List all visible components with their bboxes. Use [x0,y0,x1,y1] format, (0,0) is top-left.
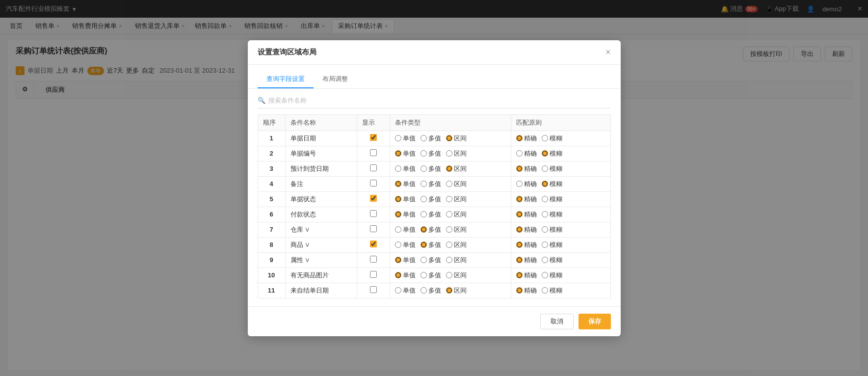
type-radio[interactable] [446,181,452,187]
cancel-button[interactable]: 取消 [540,314,574,329]
type-radio[interactable] [395,181,401,187]
type-radio[interactable] [395,211,401,217]
match-radio[interactable] [516,272,523,278]
match-radio-item[interactable]: 模糊 [542,271,562,280]
match-radio[interactable] [542,211,548,217]
type-radio[interactable] [421,181,427,187]
match-radio[interactable] [516,211,523,217]
match-radio[interactable] [542,272,548,278]
type-radio-item[interactable]: 区间 [446,195,467,204]
search-input[interactable] [268,97,367,104]
type-radio-item[interactable]: 多值 [421,241,441,249]
match-radio[interactable] [516,181,523,187]
type-radio-item[interactable]: 单值 [395,134,416,143]
match-radio[interactable] [542,196,548,202]
type-radio-item[interactable]: 单值 [395,256,416,265]
type-radio[interactable] [395,196,401,202]
dialog-tab-layout[interactable]: 布局调整 [314,71,357,88]
type-radio-item[interactable]: 单值 [395,241,416,249]
match-radio-item[interactable]: 精确 [516,180,537,188]
type-radio-item[interactable]: 单值 [395,180,416,188]
type-radio-item[interactable]: 多值 [421,195,441,204]
type-radio[interactable] [446,226,452,233]
type-radio[interactable] [446,272,452,278]
type-radio[interactable] [421,242,427,248]
type-radio[interactable] [395,257,401,263]
match-radio[interactable] [516,135,523,141]
type-radio[interactable] [446,196,452,202]
type-radio-item[interactable]: 区间 [446,180,467,188]
match-radio-item[interactable]: 模糊 [542,286,562,295]
type-radio[interactable] [421,257,427,263]
dialog-tab-query[interactable]: 查询字段设置 [258,71,314,88]
type-radio[interactable] [446,211,452,217]
match-radio[interactable] [542,242,548,248]
type-radio-item[interactable]: 单值 [395,225,416,234]
type-radio-item[interactable]: 多值 [421,210,441,219]
match-radio-item[interactable]: 精确 [516,286,537,295]
row-show-checkbox[interactable] [370,180,377,187]
match-radio-item[interactable]: 精确 [516,195,537,204]
match-radio-item[interactable]: 模糊 [542,134,562,143]
type-radio-item[interactable]: 单值 [395,195,416,204]
match-radio[interactable] [516,150,523,157]
type-radio-item[interactable]: 多值 [421,225,441,234]
type-radio-item[interactable]: 区间 [446,271,467,280]
row-show-checkbox[interactable] [370,286,377,293]
match-radio-item[interactable]: 模糊 [542,256,562,265]
type-radio[interactable] [421,150,427,157]
type-radio[interactable] [421,287,427,294]
match-radio-item[interactable]: 精确 [516,241,537,249]
match-radio-item[interactable]: 模糊 [542,149,562,158]
row-show-checkbox[interactable] [370,225,377,232]
type-radio-item[interactable]: 多值 [421,134,441,143]
type-radio[interactable] [421,226,427,233]
type-radio[interactable] [446,287,452,294]
match-radio[interactable] [542,287,548,294]
match-radio-item[interactable]: 精确 [516,256,537,265]
type-radio[interactable] [395,226,401,233]
match-radio-item[interactable]: 模糊 [542,210,562,219]
type-radio[interactable] [421,272,427,278]
match-radio[interactable] [516,257,523,263]
type-radio[interactable] [446,165,452,172]
row-show-checkbox[interactable] [370,149,377,156]
match-radio[interactable] [542,165,548,172]
type-radio[interactable] [421,211,427,217]
type-radio-item[interactable]: 多值 [421,256,441,265]
match-radio[interactable] [516,242,523,248]
match-radio-item[interactable]: 精确 [516,164,537,173]
match-radio-item[interactable]: 精确 [516,271,537,280]
type-radio-item[interactable]: 区间 [446,241,467,249]
type-radio[interactable] [421,165,427,172]
type-radio-item[interactable]: 单值 [395,210,416,219]
match-radio[interactable] [542,226,548,233]
match-radio-item[interactable]: 精确 [516,210,537,219]
match-radio-item[interactable]: 精确 [516,225,537,234]
match-radio[interactable] [516,165,523,172]
type-radio-item[interactable]: 多值 [421,149,441,158]
match-radio[interactable] [516,287,523,294]
save-button[interactable]: 保存 [579,314,611,329]
type-radio-item[interactable]: 区间 [446,256,467,265]
type-radio[interactable] [395,287,401,294]
row-show-checkbox[interactable] [370,271,377,278]
type-radio-item[interactable]: 区间 [446,134,467,143]
type-radio[interactable] [395,165,401,172]
match-radio-item[interactable]: 精确 [516,134,537,143]
type-radio[interactable] [446,257,452,263]
match-radio-item[interactable]: 模糊 [542,195,562,204]
match-radio[interactable] [542,135,548,141]
match-radio-item[interactable]: 模糊 [542,180,562,188]
type-radio-item[interactable]: 区间 [446,149,467,158]
row-show-checkbox[interactable] [370,164,377,171]
type-radio-item[interactable]: 单值 [395,164,416,173]
row-show-checkbox[interactable] [370,195,377,202]
type-radio-item[interactable]: 区间 [446,164,467,173]
row-show-checkbox[interactable] [370,134,377,141]
type-radio[interactable] [395,242,401,248]
type-radio[interactable] [395,272,401,278]
type-radio-item[interactable]: 单值 [395,271,416,280]
match-radio-item[interactable]: 模糊 [542,164,562,173]
type-radio-item[interactable]: 单值 [395,149,416,158]
